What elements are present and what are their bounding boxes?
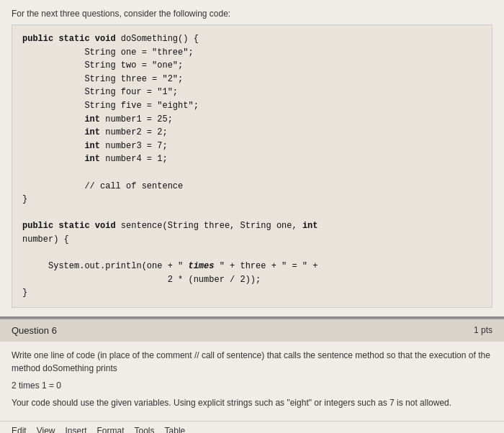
question-output: 2 times 1 = 0 xyxy=(12,379,492,392)
intro-text: For the next three questions, consider t… xyxy=(12,9,492,19)
question-number: Question 6 xyxy=(12,325,57,336)
menu-edit[interactable]: Edit xyxy=(12,426,27,433)
menu-view[interactable]: View xyxy=(37,426,55,433)
question-body: Write one line of code (in place of the … xyxy=(0,342,504,421)
menu-bar: Edit View Insert Format Tools Table xyxy=(12,426,492,433)
menu-table[interactable]: Table xyxy=(165,426,186,433)
menu-tools[interactable]: Tools xyxy=(135,426,155,433)
question-description: Write one line of code (in place of the … xyxy=(12,349,492,375)
menu-format[interactable]: Format xyxy=(97,426,125,433)
pts-label: 1 pts xyxy=(474,325,492,335)
toolbar-area: Edit View Insert Format Tools Table 12pt… xyxy=(0,421,504,433)
question-header: Question 6 1 pts xyxy=(0,318,504,342)
code-block: public static void doSomething() { Strin… xyxy=(12,24,492,308)
question-note: Your code should use the given variables… xyxy=(12,396,492,409)
menu-insert[interactable]: Insert xyxy=(65,426,86,433)
